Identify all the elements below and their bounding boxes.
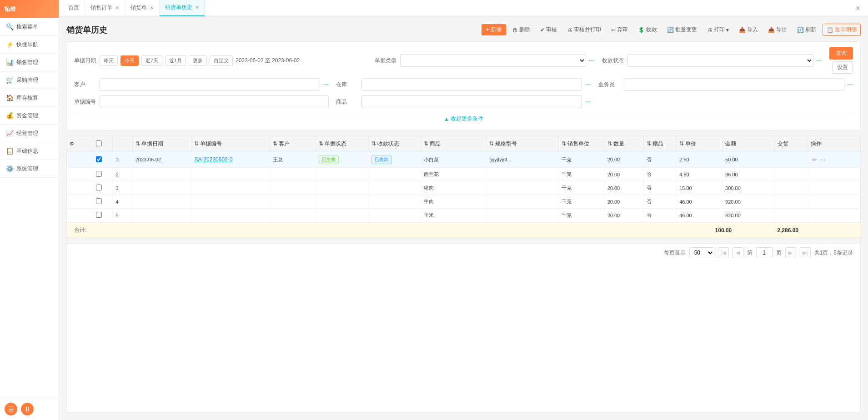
th-client[interactable]: ⇅ 客户 — [270, 136, 316, 152]
filter-type-dots[interactable]: ··· — [589, 56, 595, 65]
delete-button[interactable]: 🗑 删除 — [509, 24, 534, 35]
filter-customer-input[interactable] — [100, 78, 320, 91]
page-size-select[interactable]: 50 100 200 — [689, 247, 714, 258]
date-btn-1month[interactable]: 近1月 — [165, 55, 186, 66]
cell-check[interactable] — [93, 152, 113, 168]
more-icon[interactable]: ⋯ — [820, 156, 826, 163]
th-unit[interactable]: ⇅ 销售单位 — [558, 136, 604, 152]
print-button[interactable]: 🖨 打印 ▾ — [703, 24, 733, 35]
table-scroll[interactable]: ⚙ ⇅ 单据日期 ⇅ 单据编号 — [67, 136, 860, 222]
tab-home[interactable]: 首页 — [63, 0, 85, 16]
sidebar-item-sys-mgmt[interactable]: ⚙️ 系统管理 — [0, 160, 59, 178]
th-goods[interactable]: ⇅ 商品 — [421, 136, 486, 152]
filter-type-select[interactable] — [400, 54, 586, 67]
row-checkbox[interactable] — [96, 212, 102, 218]
sidebar-item-inventory[interactable]: 🏠 库存核算 — [0, 89, 59, 107]
filter-pay-status-select[interactable] — [627, 54, 813, 67]
page-prev-btn[interactable]: ◀ — [733, 247, 743, 258]
filter-salesperson-input[interactable] — [624, 78, 844, 91]
tabs-close-all-btn[interactable]: ✕ — [852, 5, 864, 12]
th-qty[interactable]: ⇅ 数量 — [604, 136, 644, 152]
collapse-filter-btn[interactable]: ▲ 收起更多条件 — [74, 113, 853, 125]
filter-salesperson-dots[interactable]: ··· — [847, 80, 853, 89]
edit-icon[interactable]: ✏ — [812, 156, 817, 163]
date-btn-yesterday[interactable]: 昨天 — [100, 55, 118, 66]
filter-goods-dots[interactable]: ··· — [585, 98, 591, 106]
sidebar-item-label: 搜索菜单 — [16, 23, 38, 31]
page-last-btn[interactable]: ▶| — [800, 247, 811, 258]
cell-check[interactable] — [93, 209, 113, 222]
cell-rownum: 5 — [113, 209, 132, 222]
scroll-bar[interactable] — [67, 238, 860, 243]
cell-check[interactable] — [93, 168, 113, 181]
sidebar-pause-btn[interactable]: ⏸ — [21, 403, 34, 415]
batch-change-button[interactable]: 🔄 批量变更 — [663, 24, 701, 35]
cell-docno[interactable]: SA-20230602-0 — [191, 152, 270, 168]
filter-goods-input[interactable] — [361, 95, 582, 108]
page-number-input[interactable] — [756, 247, 773, 258]
refresh-button[interactable]: 🔃 刷新 — [793, 24, 820, 35]
settings-button[interactable]: 设置 — [832, 61, 853, 74]
show-detail-button[interactable]: 📋 显示明细 — [823, 24, 861, 36]
filter-customer-dots[interactable]: ··· — [323, 80, 329, 89]
cell-check[interactable] — [93, 181, 113, 195]
filter-pay-status-dots[interactable]: ··· — [816, 56, 822, 65]
date-btn-custom[interactable]: 自定义 — [210, 55, 233, 66]
row-checkbox[interactable] — [96, 156, 102, 162]
page-first-btn[interactable]: |◀ — [718, 247, 729, 258]
th-paystatus[interactable]: ⇅ 收款状态 — [368, 136, 421, 152]
tab-sales-order[interactable]: 销售订单 ✕ — [85, 0, 125, 16]
cell-ops — [808, 195, 860, 209]
date-btn-today[interactable]: 今天 — [120, 55, 139, 66]
filter-warehouse-input[interactable] — [361, 78, 582, 91]
sidebar-collapse-btn[interactable]: ☰ — [5, 403, 17, 415]
row-checkbox[interactable] — [96, 198, 102, 204]
tab-sale-history-close[interactable]: ✕ — [195, 5, 199, 10]
select-all-checkbox[interactable] — [96, 140, 102, 146]
new-button[interactable]: + 新增 — [482, 24, 506, 35]
filter-docno-input[interactable] — [100, 95, 329, 108]
row-checkbox[interactable] — [96, 171, 102, 177]
row-checkbox[interactable] — [96, 185, 102, 190]
filter-customer-group: 客户 ··· — [74, 78, 329, 91]
sidebar-item-purchase-mgmt[interactable]: 🛒 采购管理 — [0, 71, 59, 89]
tab-sales-order-close[interactable]: ✕ — [115, 5, 119, 11]
th-gift[interactable]: ⇅ 赠品 — [644, 136, 677, 152]
cell-check[interactable] — [93, 195, 113, 209]
th-check[interactable] — [93, 136, 113, 152]
cell-client: 王总 — [270, 152, 316, 168]
sidebar-item-quick-nav[interactable]: ⚡ 快捷导航 — [0, 36, 59, 54]
page-next-btn[interactable]: ▶ — [785, 247, 796, 258]
abandon-button[interactable]: ↩ 弃审 — [607, 24, 632, 35]
sidebar-item-sales-mgmt[interactable]: 📊 销售管理 — [0, 54, 59, 71]
audit-button[interactable]: ✔ 审核 — [537, 24, 561, 35]
tab-sale-history[interactable]: 销货单历史 ✕ — [160, 0, 205, 16]
tab-sale-goods-close[interactable]: ✕ — [150, 5, 154, 11]
cell-gear — [67, 168, 93, 181]
audit-print-button[interactable]: 🖨 审核并打印 — [563, 24, 605, 35]
date-btn-more[interactable]: 更多 — [189, 55, 207, 66]
export-button[interactable]: 📤 导出 — [764, 24, 791, 35]
filter-warehouse-dots[interactable]: ··· — [585, 80, 591, 89]
th-price[interactable]: ⇅ 单价 — [677, 136, 722, 152]
th-date[interactable]: ⇅ 单据日期 — [132, 136, 191, 152]
cell-docno[interactable] — [191, 195, 270, 209]
cell-spec — [487, 209, 559, 222]
doc-no-link[interactable]: SA-20230602-0 — [194, 156, 232, 163]
import-button[interactable]: 📥 导入 — [735, 24, 762, 35]
query-button[interactable]: 查询 — [829, 47, 853, 60]
cell-docno[interactable] — [191, 209, 270, 222]
th-docstatus[interactable]: ⇅ 单据状态 — [316, 136, 368, 152]
sidebar-item-search-menu[interactable]: 🔍 搜索菜单 — [0, 18, 59, 36]
th-spec[interactable]: ⇅ 规格型号 — [487, 136, 559, 152]
th-gear[interactable]: ⚙ — [67, 136, 93, 152]
date-btn-7days[interactable]: 近7天 — [141, 55, 162, 66]
tab-sale-goods[interactable]: 销货单 ✕ — [125, 0, 160, 16]
collect-button[interactable]: 💲 收款 — [634, 24, 661, 35]
sidebar-item-operations[interactable]: 📈 经营管理 — [0, 125, 59, 142]
cell-docno[interactable] — [191, 181, 270, 195]
cell-docno[interactable] — [191, 168, 270, 181]
th-docno[interactable]: ⇅ 单据编号 — [191, 136, 270, 152]
sidebar-item-basic-info[interactable]: 📋 基础信息 — [0, 142, 59, 160]
sidebar-item-finance[interactable]: 💰 资金管理 — [0, 107, 59, 125]
